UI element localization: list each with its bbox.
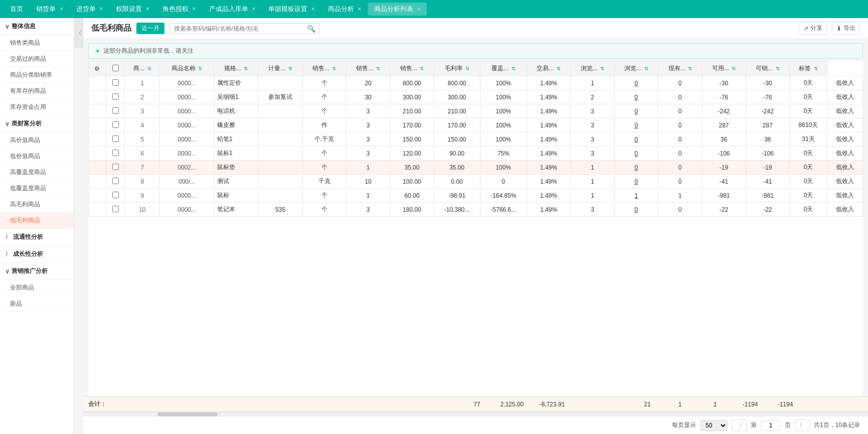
sidebar-item-all-goods[interactable]: 全部商品	[0, 280, 74, 296]
close-icon[interactable]: ×	[146, 6, 149, 13]
close-icon[interactable]: ×	[193, 6, 196, 13]
cell-checkbox[interactable]	[106, 203, 125, 217]
sidebar-group-marketing[interactable]: ∨ 营销推广分析	[0, 263, 74, 280]
col-view2[interactable]: 浏览... ⇅	[614, 61, 658, 76]
cell-checkbox[interactable]	[106, 189, 125, 203]
sidebar-item-high-margin[interactable]: 高毛利商品	[0, 197, 74, 213]
view1-link[interactable]: 0	[635, 164, 638, 171]
row-checkbox[interactable]	[112, 121, 119, 128]
cell-name[interactable]: 橡皮擦	[214, 118, 258, 132]
col-saleable[interactable]: 可销... ⇅	[746, 61, 789, 76]
nav-item-analysis[interactable]: 商品分析 ×	[322, 3, 368, 16]
sidebar-item-low-coverage[interactable]: 低覆盖度商品	[0, 181, 74, 197]
row-checkbox[interactable]	[112, 206, 119, 212]
share-button[interactable]: ↗ 分享	[799, 22, 827, 35]
col-sales-amount[interactable]: 销售... ⇅	[346, 61, 390, 76]
cell-name[interactable]: 属性定价	[214, 76, 258, 90]
row-checkbox[interactable]	[112, 150, 119, 156]
cell-view1[interactable]: 0	[614, 104, 658, 118]
cell-checkbox[interactable]	[106, 118, 125, 132]
row-checkbox[interactable]	[112, 135, 119, 142]
cell-name[interactable]: 鼠标垫	[214, 161, 258, 175]
col-view1[interactable]: 浏览... ⇅	[571, 61, 614, 76]
col-checkbox[interactable]	[106, 61, 125, 76]
cell-checkbox[interactable]	[106, 76, 125, 90]
cell-view1[interactable]: 0	[614, 203, 658, 217]
select-all-checkbox[interactable]	[112, 65, 119, 71]
scroll-thumb[interactable]	[157, 412, 218, 416]
cell-checkbox[interactable]	[106, 147, 125, 161]
view1-link[interactable]: 0	[635, 178, 638, 185]
col-spec[interactable]: 规格... ⇅	[214, 61, 258, 76]
nav-item-warehouse[interactable]: 产成品入库单 ×	[203, 3, 262, 16]
cell-name[interactable]: 测试	[214, 175, 258, 189]
col-current[interactable]: 现有... ⇅	[658, 61, 702, 76]
cell-checkbox[interactable]	[106, 132, 125, 147]
view1-link[interactable]: 0	[635, 94, 638, 101]
col-unit[interactable]: 计量... ⇅	[258, 61, 302, 76]
export-button[interactable]: ⬇ 导出	[832, 22, 860, 35]
cell-name[interactable]: 鼠标	[214, 189, 258, 203]
view1-link[interactable]: 0	[635, 80, 638, 87]
sidebar-item-stocked-goods[interactable]: 有库存的商品	[0, 83, 74, 99]
cell-view1[interactable]: 0	[614, 161, 658, 175]
view1-link[interactable]: 0	[635, 108, 638, 115]
cell-checkbox[interactable]	[106, 104, 125, 118]
col-name[interactable]: 商品名称 ⇅	[160, 61, 214, 76]
col-settings[interactable]: ⚙	[89, 61, 106, 76]
next-page-button[interactable]: 〉	[795, 419, 810, 431]
sidebar-item-low-value[interactable]: 低价值商品	[0, 149, 74, 165]
prev-page-button[interactable]: 〈	[732, 419, 747, 431]
view1-link[interactable]: 0	[635, 206, 638, 213]
nav-item-analysis-list[interactable]: 商品分析列表 ×	[368, 3, 427, 16]
close-icon[interactable]: ×	[99, 6, 103, 13]
cell-name[interactable]: 吴细细1	[214, 90, 258, 104]
close-icon[interactable]: ×	[358, 6, 361, 13]
sidebar-item-sales-goods[interactable]: 销售类商品	[0, 35, 74, 51]
row-checkbox[interactable]	[112, 93, 119, 100]
cell-view1[interactable]: 0	[614, 118, 658, 132]
view1-link[interactable]: 0	[635, 136, 638, 143]
sidebar-group-wealth[interactable]: ∨ 类财富分析	[0, 115, 74, 132]
col-available[interactable]: 可用... ⇅	[702, 61, 746, 76]
view1-link[interactable]: 0	[635, 150, 638, 157]
col-sales-profit[interactable]: 销售... ⇅	[390, 61, 434, 76]
sidebar-group-overall[interactable]: ∨ 整体信息	[0, 18, 74, 35]
cell-view1[interactable]: 0	[614, 90, 658, 104]
row-checkbox[interactable]	[112, 164, 119, 170]
col-gross-rate[interactable]: 毛利率 ⇅	[434, 61, 480, 76]
col-code[interactable]: 商... ⇅	[125, 61, 160, 76]
nav-item-home[interactable]: 首页	[4, 3, 29, 16]
close-icon[interactable]: ×	[60, 6, 63, 13]
cell-checkbox[interactable]	[106, 90, 125, 104]
time-filter-button[interactable]: 近一月	[136, 23, 164, 34]
nav-item-roles[interactable]: 角色授权 ×	[156, 3, 202, 16]
nav-item-template[interactable]: 单据模板设置 ×	[262, 3, 321, 16]
close-icon[interactable]: ×	[417, 6, 421, 13]
horizontal-scrollbar[interactable]	[83, 412, 868, 416]
sidebar-group-growth[interactable]: 〉 成长性分析	[0, 246, 74, 263]
sidebar-item-category-rate[interactable]: 商品分类助销率	[0, 67, 74, 83]
col-tag[interactable]: 标签 ⇅	[790, 61, 827, 76]
nav-item-purchase[interactable]: 进货单 ×	[70, 3, 109, 16]
sidebar-item-traded-goods[interactable]: 交易过的商品	[0, 51, 74, 67]
row-checkbox[interactable]	[112, 178, 119, 184]
sidebar-item-new-goods[interactable]: 新品	[0, 296, 74, 312]
cell-view1[interactable]: 0	[614, 76, 658, 90]
search-icon[interactable]: 🔍	[307, 25, 315, 33]
nav-item-permissions[interactable]: 权限设置 ×	[110, 3, 155, 16]
sidebar-item-capital[interactable]: 库存资金占用	[0, 99, 74, 115]
row-checkbox[interactable]	[112, 107, 119, 114]
row-checkbox[interactable]	[112, 192, 119, 198]
cell-name[interactable]: 铅笔1	[214, 132, 258, 147]
sidebar-collapse-button[interactable]: 《	[74, 18, 83, 48]
col-trade[interactable]: 交易... ⇅	[527, 61, 570, 76]
nav-item-sales[interactable]: 销货单 ×	[30, 3, 69, 16]
cell-view1[interactable]: 0	[614, 175, 658, 189]
cell-view1[interactable]: 0	[614, 132, 658, 147]
search-input[interactable]	[174, 25, 307, 32]
sidebar-item-high-coverage[interactable]: 高覆盖度商品	[0, 165, 74, 181]
close-icon[interactable]: ×	[252, 6, 255, 13]
cell-view1[interactable]: 1	[614, 189, 658, 203]
col-coverage[interactable]: 覆盖... ⇅	[480, 61, 527, 76]
